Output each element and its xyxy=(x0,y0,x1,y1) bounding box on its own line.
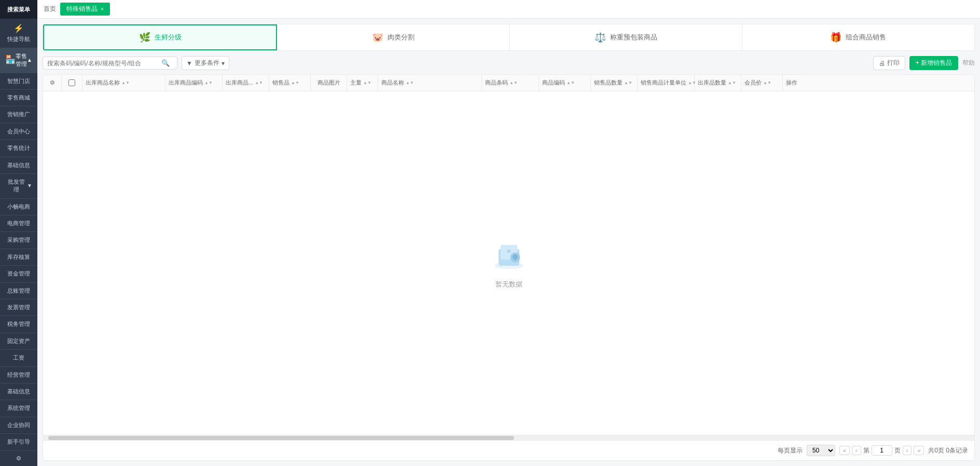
sidebar-item-label: 零售商城 xyxy=(7,94,30,102)
col-label: 商品编码 xyxy=(542,79,565,87)
sort-icon[interactable]: ▲▼ xyxy=(363,80,371,85)
help-button[interactable]: 帮助 xyxy=(962,59,975,67)
sidebar-item-sales-promo[interactable]: 营销推广 xyxy=(0,106,37,123)
sidebar-item-purchase-mgmt[interactable]: 采购管理 xyxy=(0,232,37,249)
page-label: 第 xyxy=(863,446,869,455)
th-setting[interactable]: ⚙ xyxy=(43,75,62,91)
sidebar-logo[interactable]: 搜索菜单 xyxy=(0,0,37,19)
sidebar-item-mini-ecommerce[interactable]: 小畅电商 xyxy=(0,199,37,215)
meat-division-icon: 🐷 xyxy=(372,32,383,43)
search-input[interactable] xyxy=(47,60,161,67)
th-out-goods-code: 出库商品编码 ▲▼ xyxy=(165,75,223,91)
home-link[interactable]: 首页 xyxy=(44,5,56,13)
sidebar-item-label: 小畅电商 xyxy=(7,203,30,211)
sort-icon[interactable]: ▲▼ xyxy=(728,80,736,85)
sidebar-item-quick-nav[interactable]: ⚡ 快捷导航 xyxy=(0,19,37,48)
sidebar-item-tax-mgmt[interactable]: 税务管理 xyxy=(0,316,37,333)
th-sale-goods: 销售品 ▲▼ xyxy=(269,75,311,91)
filter-icon: ▼ xyxy=(186,60,192,67)
settings-col-icon: ⚙ xyxy=(50,79,55,86)
sort-icon[interactable]: ▲▼ xyxy=(204,80,213,85)
sort-icon[interactable]: ▲▼ xyxy=(406,80,414,85)
content-area: 🌿 生鲜分级 🐷 肉类分割 ⚖️ 称重预包装商品 🎁 组合商品销售 🔍 xyxy=(37,19,980,466)
print-button[interactable]: 🖨 打印 xyxy=(873,56,905,70)
sidebar-item-retail-stats[interactable]: 零售统计 xyxy=(0,140,37,157)
top-nav: 首页 特殊销售品 × xyxy=(37,0,980,19)
tab-combo-sales[interactable]: 🎁 组合商品销售 xyxy=(742,24,974,50)
sidebar-item-label: 电商管理 xyxy=(7,220,30,227)
th-unit: 销售商品计量单位 ▲▼ xyxy=(638,75,695,91)
col-label: 商品图片 xyxy=(318,79,340,87)
th-checkbox[interactable] xyxy=(62,75,82,91)
sort-icon[interactable]: ▲▼ xyxy=(567,80,575,85)
sidebar-item-label: 税务管理 xyxy=(7,320,30,328)
close-tab-icon[interactable]: × xyxy=(101,6,104,12)
select-all-checkbox[interactable] xyxy=(68,79,75,86)
sidebar-item-sys-mgmt[interactable]: 系统管理 xyxy=(0,400,37,417)
sort-icon[interactable]: ▲▼ xyxy=(763,80,771,85)
page-number-input[interactable] xyxy=(872,445,892,456)
sidebar-item-new-guide[interactable]: 新手引导 xyxy=(0,434,37,450)
sidebar-item-ecommerce-mgmt[interactable]: 电商管理 xyxy=(0,215,37,232)
quick-nav-icon: ⚡ xyxy=(13,23,24,34)
print-icon: 🖨 xyxy=(879,60,885,67)
sidebar-item-wholesale-mgmt[interactable]: 批发管理 ▼ xyxy=(0,174,37,199)
sidebar-item-retail-mall[interactable]: 零售商城 xyxy=(0,90,37,106)
sort-icon[interactable]: ▲▼ xyxy=(255,80,263,85)
col-label: 会员价 xyxy=(744,79,762,87)
tab-meat-division[interactable]: 🐷 肉类分割 xyxy=(277,24,509,50)
search-box[interactable]: 🔍 xyxy=(43,57,177,70)
scrollbar-thumb[interactable] xyxy=(48,436,514,440)
add-sale-item-button[interactable]: + 新增销售品 xyxy=(909,56,958,70)
col-label: 销售品 xyxy=(272,79,289,87)
col-label: 主量 xyxy=(350,79,362,87)
next-page-button[interactable]: › xyxy=(903,446,912,455)
tab-weigh-pack[interactable]: ⚖️ 称重预包装商品 xyxy=(510,24,742,50)
sidebar-item-smart-store[interactable]: 智慧门店 xyxy=(0,73,37,90)
tab-label: 生鲜分级 xyxy=(155,33,182,42)
th-member-price: 会员价 ▲▼ xyxy=(741,75,783,91)
sidebar-item-label: 发票管理 xyxy=(7,304,30,311)
search-icon[interactable]: 🔍 xyxy=(161,59,170,67)
col-label: 销售品数量 xyxy=(594,79,623,87)
col-label: 销售商品计量单位 xyxy=(641,79,686,87)
last-page-button[interactable]: » xyxy=(914,446,924,455)
sidebar-logo-text: 搜索菜单 xyxy=(7,6,30,13)
sidebar-item-general-ledger[interactable]: 总账管理 xyxy=(0,283,37,299)
th-barcode: 商品条码 ▲▼ xyxy=(482,75,539,91)
sidebar-item-fixed-assets[interactable]: 固定资产 xyxy=(0,333,37,350)
table-header: ⚙ 出库商品名称 ▲▼ 出库商品编码 ▲▼ 出库商品... ▲▼ xyxy=(43,75,974,91)
sidebar-item-payroll[interactable]: 工资 xyxy=(0,350,37,366)
col-label: 商品名称 xyxy=(381,79,404,87)
active-tab[interactable]: 特殊销售品 × xyxy=(60,3,110,16)
sidebar-item-finance-mgmt[interactable]: 资金管理 xyxy=(0,266,37,282)
weigh-pack-icon: ⚖️ xyxy=(595,32,606,43)
svg-point-4 xyxy=(507,250,510,253)
sidebar-settings-gear[interactable]: ⚙ xyxy=(0,451,37,466)
first-page-button[interactable]: « xyxy=(839,446,850,455)
sidebar-item-enterprise[interactable]: 企业协同 xyxy=(0,417,37,434)
sidebar-item-basic-info2[interactable]: 基础信息 xyxy=(0,383,37,400)
page-size-select[interactable]: 50 20 100 xyxy=(807,445,835,456)
sidebar-item-ops-mgmt[interactable]: 经营管理 xyxy=(0,367,37,383)
sidebar: 搜索菜单 ⚡ 快捷导航 🏪 零售管理 ▲ 智慧门店 零售商城 营销推广 会员中心… xyxy=(0,0,37,466)
sort-icon[interactable]: ▲▼ xyxy=(509,80,518,85)
filter-button[interactable]: ▼ 更多条件 ▾ xyxy=(182,56,229,70)
sort-icon[interactable]: ▲▼ xyxy=(121,80,130,85)
sidebar-item-invoice-mgmt[interactable]: 发票管理 xyxy=(0,299,37,316)
sidebar-item-label: 系统管理 xyxy=(7,404,30,412)
sidebar-item-member-center[interactable]: 会员中心 xyxy=(0,124,37,140)
sort-icon[interactable]: ▲▼ xyxy=(624,80,632,85)
toolbar: 🔍 ▼ 更多条件 ▾ 🖨 打印 + 新增销售品 帮助 xyxy=(43,56,975,70)
tab-label: 称重预包装商品 xyxy=(610,33,657,42)
sidebar-item-inventory[interactable]: 库存核算 xyxy=(0,249,37,266)
prev-page-button[interactable]: ‹ xyxy=(852,446,861,455)
toolbar-right: 🖨 打印 + 新增销售品 帮助 xyxy=(873,56,975,70)
page-nav: « ‹ 第 页 › » xyxy=(839,445,924,456)
sort-icon[interactable]: ▲▼ xyxy=(291,80,299,85)
sidebar-item-retail-mgmt[interactable]: 🏪 零售管理 ▲ xyxy=(0,48,37,73)
tab-fresh-grade[interactable]: 🌿 生鲜分级 xyxy=(43,24,277,50)
sidebar-item-basic-info[interactable]: 基础信息 xyxy=(0,157,37,174)
horizontal-scrollbar[interactable] xyxy=(43,435,974,440)
page-unit-label: 页 xyxy=(894,446,901,455)
